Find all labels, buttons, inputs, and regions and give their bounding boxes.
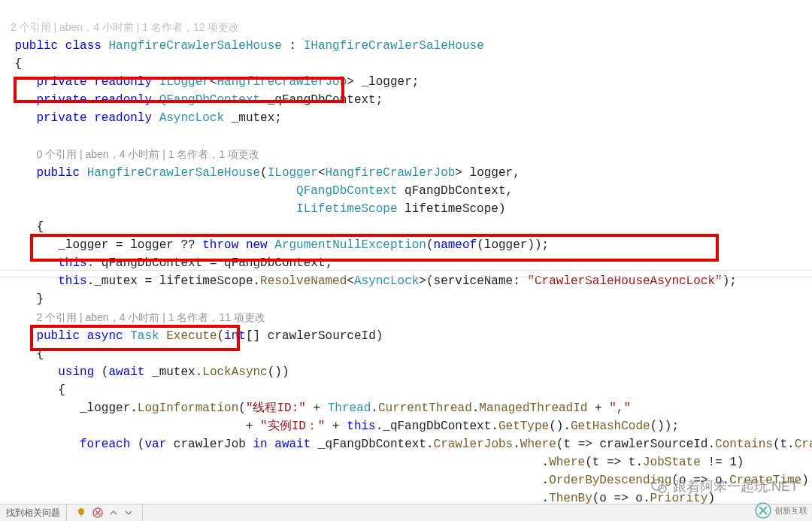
logger-ref: _logger — [80, 401, 130, 415]
codelens-exec[interactable]: 2 个引用 | aben，4 小时前 | 1 名作者，11 项更改 — [36, 308, 265, 326]
str-comma: "," — [609, 401, 631, 415]
svg-point-5 — [663, 487, 665, 489]
kw-int: int — [224, 329, 246, 343]
logo-icon — [755, 502, 771, 519]
kw-new: new — [246, 238, 268, 252]
p-csid2: CrawlerSourceId — [795, 438, 812, 451]
kw-await2: await — [274, 438, 311, 451]
p2: qFangDbContext — [404, 184, 505, 198]
kw-readonly2: readonly — [94, 93, 152, 107]
a2r: qFangDbContext — [224, 256, 325, 270]
kw-in: in — [253, 438, 267, 451]
db-ref: _qFangDbContext — [383, 420, 491, 433]
code-editor[interactable]: 2 个引用 | aben，4 小时前 | 1 名作者，12 项更改 public… — [0, 0, 812, 504]
kw-readonly3: readonly — [94, 111, 152, 125]
type-class: HangfireCrawlerSaleHouse — [108, 39, 281, 53]
svg-point-2 — [655, 483, 656, 484]
status-icons[interactable] — [67, 504, 143, 521]
l-o2: o — [599, 492, 607, 504]
m-gettype: GetType — [498, 420, 549, 433]
chevron-down-icon[interactable] — [124, 508, 133, 517]
ctor-name: HangfireCrawlerSaleHouse — [87, 166, 260, 180]
corner-logo-text: 创新互联 — [774, 501, 807, 519]
str-instance: "实例ID：" — [260, 420, 325, 433]
a1: _logger — [58, 238, 108, 252]
watermark-text: 跟着阿笨一起玩.NET — [673, 477, 798, 495]
kw-private2: private — [36, 93, 86, 107]
num-1: 1 — [729, 456, 737, 469]
kw-async: async — [87, 329, 123, 343]
kw-public3: public — [36, 329, 80, 343]
m-where2: Where — [549, 456, 585, 469]
kw-private3: private — [36, 111, 86, 125]
kw-public: public — [15, 39, 59, 53]
type-thread: Thread — [328, 401, 371, 415]
m-thenby1: ThenBy — [549, 492, 592, 504]
kw-var: var — [144, 438, 166, 451]
field-logger: _logger — [362, 75, 412, 89]
p-csid: crawlerSourceId — [268, 329, 376, 343]
svg-point-3 — [658, 483, 659, 484]
m-lockasync: LockAsync — [202, 365, 267, 379]
kw-this1: this — [58, 256, 86, 270]
corner-logo: 创新互联 — [755, 501, 807, 519]
p-curthread: CurrentThread — [378, 401, 472, 415]
field-db: _qFangDbContext — [268, 93, 376, 107]
p1-gen: HangfireCrawlerJob — [326, 166, 456, 180]
p2-type: QFangDbContext — [296, 184, 397, 198]
str-thread: "线程ID:" — [246, 401, 306, 415]
p1: logger — [470, 166, 514, 180]
wechat-icon — [650, 477, 668, 495]
p-jobstate: JobState — [643, 456, 701, 469]
mutex-ref: _mutex — [152, 365, 195, 379]
l-o2b: o — [635, 492, 643, 504]
watermark: 跟着阿笨一起玩.NET — [650, 477, 798, 495]
loopvar: crawlerJob — [174, 438, 246, 451]
svg-point-4 — [661, 487, 662, 489]
codelens-top[interactable]: 2 个引用 | aben，4 小时前 | 1 名作者，12 项更改 — [8, 18, 239, 36]
kw-foreach: foreach — [80, 438, 130, 451]
l-t1: t — [563, 438, 571, 451]
p-cjobs: CrawlerJobs — [434, 438, 514, 451]
status-msg[interactable]: 找到相关问题 — [0, 504, 67, 521]
kw-private: private — [36, 75, 86, 89]
type-qfang: QFangDbContext — [159, 93, 260, 107]
kw-using: using — [58, 365, 94, 379]
m-log: LogInformation — [138, 401, 238, 415]
kw-this3: this — [347, 420, 375, 433]
db-ref2: _qFangDbContext — [318, 438, 426, 451]
region-separator2 — [0, 277, 812, 277]
l-t2b: t — [629, 456, 636, 469]
nameof-arg: logger — [484, 238, 528, 252]
kw-class: class — [65, 39, 102, 53]
error-icon[interactable] — [92, 507, 103, 518]
codelens-ctor[interactable]: 0 个引用 | aben，4 小时前 | 1 名作者，1 项更改 — [36, 145, 259, 163]
p1-type: ILogger — [268, 166, 318, 180]
type-ilogger: ILogger — [159, 75, 210, 89]
m-where1: Where — [520, 438, 556, 451]
kw-public2: public — [36, 166, 80, 180]
m-contains: Contains — [715, 438, 773, 451]
type-argnull: ArgumentNullException — [274, 238, 426, 252]
csid-ref: crawlerSourceId — [599, 438, 707, 451]
type-asynclock: AsyncLock — [159, 111, 224, 125]
chevron-up-icon[interactable] — [109, 508, 118, 517]
m-execute: Execute — [166, 329, 217, 343]
region-separator — [0, 270, 812, 271]
l-t1b: t — [780, 438, 788, 451]
kw-readonly: readonly — [94, 75, 152, 89]
p-mtid: ManagedThreadId — [479, 401, 587, 415]
type-job: HangfireCrawlerJob — [217, 75, 347, 89]
l-t2: t — [592, 456, 600, 469]
type-interface: IHangfireCrawlerSaleHouse — [304, 39, 484, 53]
lightbulb-icon[interactable] — [76, 507, 86, 518]
kw-nameof: nameof — [434, 238, 477, 252]
p3: lifetimeScope — [404, 202, 498, 216]
kw-await1: await — [108, 365, 144, 379]
kw-throw: throw — [202, 238, 238, 252]
p3-type: ILifetimeScope — [296, 202, 397, 216]
a2l: qFangDbContext — [102, 256, 202, 270]
type-task: Task — [130, 329, 159, 343]
m-hash: GetHashCode — [571, 420, 650, 433]
field-mutex: _mutex — [232, 111, 275, 125]
